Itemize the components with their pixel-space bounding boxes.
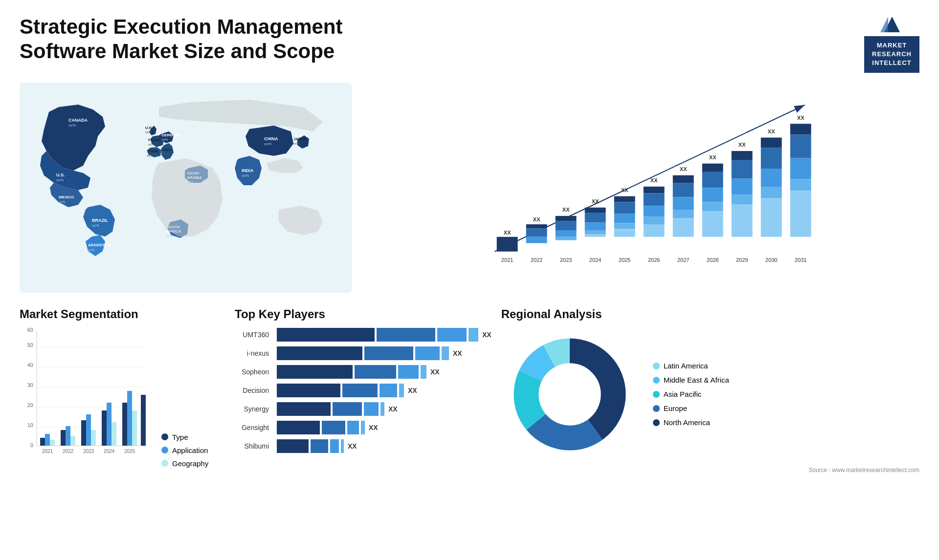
player-bar-synergy: XX — [277, 402, 492, 416]
svg-rect-80 — [702, 172, 723, 188]
legend-geography-label: Geography — [172, 459, 208, 468]
player-bar-decision: XX — [277, 384, 492, 397]
svg-text:20: 20 — [27, 402, 33, 408]
svg-rect-76 — [673, 218, 694, 237]
players-list: UMT360 XX i-nexus — [235, 328, 492, 453]
svg-text:XX: XX — [504, 230, 511, 236]
svg-rect-135 — [112, 422, 116, 446]
player-row-inexus: i-nexus XX — [235, 346, 492, 360]
svg-rect-89 — [732, 194, 753, 205]
svg-text:40: 40 — [27, 362, 33, 368]
regional-section: Regional Analysis — [501, 307, 919, 493]
svg-rect-51 — [585, 207, 606, 212]
logo-area: MARKET RESEARCH INTELLECT — [864, 15, 919, 73]
reg-legend-europe: Europe — [653, 404, 729, 412]
svg-rect-47 — [556, 230, 577, 237]
player-name-inexus: i-nexus — [235, 349, 274, 357]
svg-text:60: 60 — [27, 327, 33, 333]
svg-text:xx%: xx% — [92, 223, 99, 228]
svg-text:xx%: xx% — [293, 142, 300, 145]
players-title: Top Key Players — [235, 307, 492, 321]
reg-dot-north-america — [653, 419, 660, 426]
svg-rect-54 — [585, 230, 606, 235]
svg-rect-129 — [81, 420, 86, 446]
svg-text:xx%: xx% — [147, 154, 153, 157]
svg-rect-101 — [790, 134, 811, 158]
svg-rect-138 — [127, 391, 132, 446]
svg-rect-75 — [673, 210, 694, 218]
svg-text:GERMANY: GERMANY — [161, 133, 182, 137]
svg-text:2028: 2028 — [707, 257, 719, 263]
svg-rect-133 — [102, 410, 107, 446]
player-bar-shibumi: XX — [277, 439, 492, 453]
svg-rect-83 — [702, 211, 723, 237]
players-section: Top Key Players UMT360 XX i-nexus — [235, 307, 492, 493]
svg-text:2024: 2024 — [589, 257, 602, 263]
svg-text:2025: 2025 — [619, 257, 631, 263]
svg-text:0: 0 — [30, 442, 33, 448]
player-row-sopheon: Sopheon XX — [235, 365, 492, 379]
svg-text:xx%: xx% — [88, 248, 94, 252]
reg-dot-asia-pacific — [653, 391, 660, 398]
svg-text:2022: 2022 — [531, 257, 543, 263]
svg-rect-93 — [761, 137, 782, 148]
reg-legend-north-america: North America — [653, 418, 729, 427]
svg-rect-66 — [644, 193, 665, 206]
donut-chart-wrap — [501, 326, 638, 463]
reg-label-north-america: North America — [664, 418, 710, 427]
player-xx-shibumi: XX — [348, 442, 357, 450]
svg-rect-104 — [790, 191, 811, 237]
player-name-synergy: Synergy — [235, 405, 274, 413]
player-bar-gensight: XX — [277, 421, 492, 434]
player-xx-umt360: XX — [482, 331, 492, 339]
player-row-decision: Decision XX — [235, 384, 492, 397]
player-xx-sopheon: XX — [430, 368, 440, 376]
player-name-gensight: Gensight — [235, 424, 274, 431]
donut-chart — [501, 326, 638, 463]
svg-text:2026: 2026 — [648, 257, 660, 263]
regional-content: Latin America Middle East & Africa Asia … — [501, 326, 919, 463]
legend-geography: Geography — [161, 459, 208, 468]
player-xx-decision: XX — [408, 387, 417, 394]
svg-rect-62 — [614, 229, 635, 237]
svg-rect-41 — [526, 228, 547, 237]
svg-rect-123 — [50, 440, 55, 446]
svg-rect-46 — [556, 221, 577, 230]
world-map-svg: CANADA xx% U.S. xx% MEXICO xx% BRAZIL xx… — [20, 83, 352, 293]
svg-rect-40 — [526, 224, 547, 229]
source-text: Source : www.marketresearchintellect.com — [501, 467, 919, 474]
svg-text:xx%: xx% — [56, 178, 64, 182]
svg-text:xx%: xx% — [161, 138, 168, 141]
player-row-shibumi: Shibumi XX — [235, 439, 492, 453]
svg-rect-58 — [614, 196, 635, 202]
svg-text:2023: 2023 — [83, 449, 94, 454]
bar-chart-container: XX 2021 XX 2022 XX 2023 — [362, 83, 919, 293]
svg-text:SPAIN: SPAIN — [147, 149, 158, 153]
legend-geography-dot — [161, 460, 168, 467]
reg-legend-asia-pacific: Asia Pacific — [653, 390, 729, 398]
player-name-shibumi: Shibumi — [235, 442, 274, 450]
svg-text:ITALY: ITALY — [161, 148, 172, 152]
svg-text:XX: XX — [650, 177, 658, 183]
reg-dot-europe — [653, 405, 660, 412]
svg-rect-88 — [732, 178, 753, 194]
svg-text:XX: XX — [592, 198, 599, 204]
svg-rect-86 — [732, 151, 753, 160]
svg-text:U.S.: U.S. — [56, 172, 65, 177]
svg-rect-65 — [644, 186, 665, 193]
svg-rect-103 — [790, 179, 811, 191]
svg-marker-1 — [880, 17, 888, 32]
reg-legend-mea: Middle East & Africa — [653, 376, 729, 384]
svg-rect-82 — [702, 202, 723, 211]
svg-text:2022: 2022 — [63, 449, 74, 454]
svg-text:10: 10 — [27, 422, 33, 428]
svg-text:XX: XX — [738, 142, 746, 148]
svg-text:MEXICO: MEXICO — [59, 195, 74, 199]
player-row-synergy: Synergy XX — [235, 402, 492, 416]
player-xx-inexus: XX — [453, 349, 462, 357]
page-title: Strategic Execution Management Software … — [20, 15, 362, 64]
svg-text:INDIA: INDIA — [242, 168, 254, 173]
svg-rect-121 — [40, 438, 45, 446]
svg-text:50: 50 — [27, 342, 33, 348]
svg-rect-139 — [132, 410, 137, 446]
